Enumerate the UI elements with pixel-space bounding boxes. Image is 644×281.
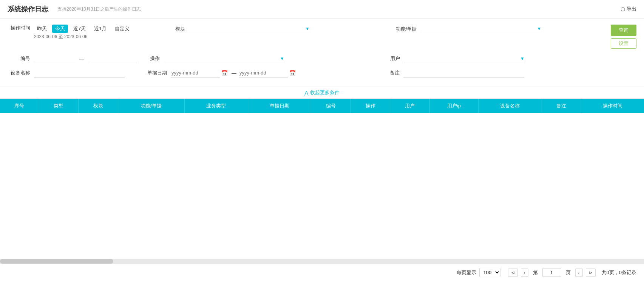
time-options-row: 昨天 今天 近7天 近1月 自定义	[34, 25, 162, 33]
col-voucher-date: 单据日期	[248, 99, 311, 113]
table-header-row: 序号 类型 模块 功能/单据 业务类型 单据日期 编号 操作 用户 用户ip 设…	[0, 99, 644, 113]
col-device: 设备名称	[478, 99, 542, 113]
collapse-label: 收起更多条件	[310, 89, 340, 96]
col-user: 用户	[390, 99, 429, 113]
remark-input[interactable]	[403, 68, 524, 78]
time-filter-block: 昨天 今天 近7天 近1月 自定义 2023-06-06 至 2023-06-0…	[34, 25, 162, 40]
filter-row-2: 编号 — 操作 ▼ 用户 ▼	[8, 54, 636, 63]
action-buttons: 查询 设置	[611, 25, 636, 49]
page-header: 系统操作日志 支持2020年10月31日之后产生的操作日志 ⬡ 导出	[0, 0, 644, 19]
page-suffix: 页	[566, 269, 571, 276]
col-code: 编号	[311, 99, 351, 113]
page-prefix: 第	[533, 269, 538, 276]
time-option-1month[interactable]: 近1月	[91, 25, 110, 33]
module-chevron-icon: ▼	[305, 26, 310, 31]
page-size-select[interactable]: 100 50 20	[479, 268, 500, 277]
module-label: 模块	[174, 26, 189, 33]
col-op-time: 操作时间	[581, 99, 644, 113]
code-to-input[interactable]	[88, 54, 137, 63]
operation-label: 操作	[148, 55, 164, 62]
query-button[interactable]: 查询	[611, 25, 636, 36]
export-button[interactable]: ⬡ 导出	[621, 6, 636, 12]
time-option-7days[interactable]: 近7天	[70, 25, 89, 33]
code-dash: —	[76, 56, 88, 62]
function-label: 功能/单据	[394, 26, 421, 33]
per-page-label: 每页显示	[457, 269, 476, 276]
pagination-bar: 每页显示 100 50 20 ⊲ ‹ 第 页 › ⊳ 共0页，0条记录	[0, 264, 644, 281]
col-index: 序号	[0, 99, 39, 113]
filter-row-1: 操作时间 昨天 今天 近7天 近1月 自定义 2023-06-06 至 2023…	[8, 25, 636, 49]
operation-select[interactable]: ▼	[164, 54, 284, 63]
col-type: 类型	[39, 99, 78, 113]
page-title: 系统操作日志	[8, 5, 48, 14]
page-subtitle: 支持2020年10月31日之后产生的操作日志	[57, 6, 141, 12]
device-label: 设备名称	[8, 70, 34, 76]
settings-button[interactable]: 设置	[611, 38, 636, 49]
col-function: 功能/单据	[118, 99, 184, 113]
date-to-input[interactable]	[239, 68, 288, 78]
page-wrapper: 系统操作日志 支持2020年10月31日之后产生的操作日志 ⬡ 导出 操作时间 …	[0, 0, 644, 281]
scrollbar-thumb	[0, 259, 113, 264]
last-page-button[interactable]: ⊳	[586, 269, 596, 277]
time-option-custom[interactable]: 自定义	[112, 25, 133, 33]
first-page-button[interactable]: ⊲	[508, 269, 518, 277]
col-user-ip: 用户ip	[429, 99, 478, 113]
col-module: 模块	[79, 99, 118, 113]
device-input[interactable]	[34, 68, 125, 78]
horizontal-scrollbar[interactable]	[0, 259, 644, 264]
date-range-display: 2023-06-06 至 2023-06-06	[34, 34, 162, 40]
user-select[interactable]: ▼	[404, 54, 525, 63]
prev-page-button[interactable]: ‹	[521, 269, 528, 277]
date-from-input[interactable]	[171, 68, 220, 78]
operation-chevron-icon: ▼	[280, 56, 284, 61]
page-number-input[interactable]	[542, 268, 561, 277]
filter-area: 操作时间 昨天 今天 近7天 近1月 自定义 2023-06-06 至 2023…	[0, 19, 644, 87]
code-label: 编号	[8, 55, 34, 62]
user-label: 用户	[377, 55, 404, 62]
collapse-bar[interactable]: ⋀ 收起更多条件	[0, 87, 644, 99]
col-remark: 备注	[542, 99, 581, 113]
next-page-button[interactable]: ›	[575, 269, 583, 277]
voucher-date-label: 单据日期	[147, 70, 171, 76]
time-option-yesterday[interactable]: 昨天	[34, 25, 50, 33]
collapse-chevron-icon: ⋀	[304, 90, 309, 96]
time-label: 操作时间	[8, 25, 34, 31]
time-option-today[interactable]: 今天	[52, 25, 68, 33]
page-summary: 共0页，0条记录	[602, 269, 636, 276]
calendar-from-icon[interactable]: 📅	[221, 70, 228, 76]
remark-label: 备注	[377, 70, 403, 76]
module-select[interactable]: ▼	[189, 25, 310, 33]
col-biz-type: 业务类型	[185, 99, 248, 113]
code-from-input[interactable]	[34, 54, 76, 63]
col-operation: 操作	[351, 99, 390, 113]
data-table: 序号 类型 模块 功能/单据 业务类型 单据日期 编号 操作 用户 用户ip 设…	[0, 99, 644, 113]
date-separator: —	[229, 70, 239, 76]
export-icon: ⬡	[621, 6, 625, 12]
user-chevron-icon: ▼	[520, 56, 525, 61]
function-select[interactable]: ▼	[421, 25, 542, 33]
calendar-to-icon[interactable]: 📅	[289, 70, 296, 76]
export-label: 导出	[627, 6, 636, 12]
table-wrapper: 序号 类型 模块 功能/单据 业务类型 单据日期 编号 操作 用户 用户ip 设…	[0, 99, 644, 259]
filter-row-3: 设备名称 单据日期 📅 — 📅 备注	[8, 68, 636, 78]
function-chevron-icon: ▼	[537, 26, 542, 31]
